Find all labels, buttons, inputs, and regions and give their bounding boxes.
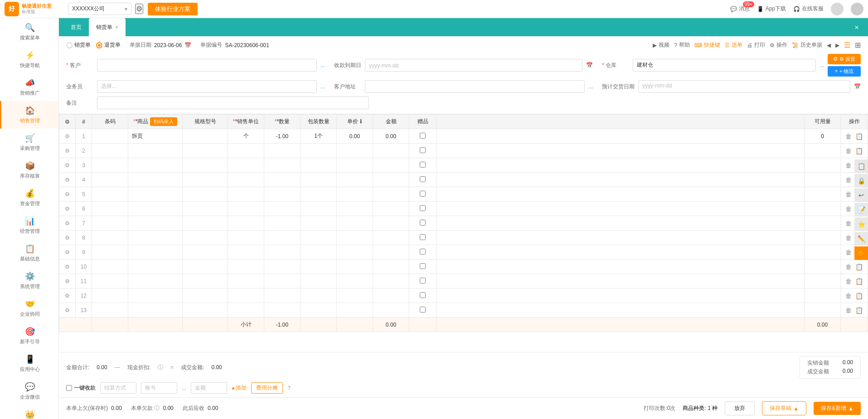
settings-icon-btn[interactable]: ⚙ [135,4,143,14]
row-pack-qty[interactable] [301,173,337,187]
row-product[interactable]: 拆贡 [128,129,183,144]
row-product[interactable] [128,274,183,289]
row-product[interactable] [128,303,183,318]
row-spec[interactable] [183,202,228,216]
row-qty[interactable] [264,216,301,231]
row-barcode[interactable] [92,144,128,158]
delete-icon[interactable]: 🗑 [845,205,852,212]
amount-input[interactable]: 金额 [191,382,227,394]
notes-input[interactable] [97,96,369,109]
row-qty[interactable] [264,173,301,187]
grid-view-icon[interactable]: ⊞ [855,41,861,49]
radio-return-order[interactable]: 退货单 [96,41,121,49]
row-pack-qty[interactable] [301,274,337,289]
row-amount[interactable] [373,289,409,303]
row-barcode[interactable] [92,231,128,245]
trial-button[interactable]: 体验行业方案 [148,3,198,15]
row-barcode[interactable] [92,260,128,274]
row-qty[interactable] [264,158,301,173]
row-amount[interactable] [373,245,409,260]
row-price[interactable] [337,216,373,231]
row-product[interactable] [128,231,183,245]
warehouse-dots[interactable]: ... [820,62,824,68]
expected-delivery-input[interactable]: yyyy-mm-dd [638,80,850,93]
row-product[interactable] [128,216,183,231]
settle-method-select[interactable]: 结算方式 [100,382,136,394]
row-product[interactable] [128,202,183,216]
row-price[interactable] [337,158,373,173]
row-unit[interactable] [228,260,264,274]
row-barcode[interactable] [92,274,128,289]
row-price[interactable] [337,187,373,202]
row-product[interactable] [128,144,183,158]
prev-icon[interactable]: ◀ [827,42,831,48]
sidebar-item-finance[interactable]: 💰 资金管理 [0,184,58,212]
dots-icon[interactable]: ... [182,385,186,391]
row-spec[interactable] [183,245,228,260]
row-pack-qty[interactable] [301,303,337,318]
payment-due-calendar-icon[interactable]: 📅 [586,62,593,68]
row-pack-qty[interactable]: 1个 [301,129,337,144]
row-price[interactable] [337,274,373,289]
sidebar-item-operations[interactable]: 📊 经营管理 [0,212,58,239]
row-pack-qty[interactable] [301,187,337,202]
row-amount[interactable] [373,158,409,173]
row-spec[interactable] [183,260,228,274]
delete-icon[interactable]: 🗑 [845,249,852,256]
row-qty[interactable] [264,187,301,202]
history-btn[interactable]: 📜 历史单据 [792,41,822,49]
sidebar-item-purchase[interactable]: 🛒 采购管理 [0,129,58,156]
row-price[interactable] [337,303,373,318]
row-amount[interactable] [373,274,409,289]
copy-icon[interactable]: 📋 [855,278,863,285]
delete-icon[interactable]: 🗑 [845,176,852,183]
expense-help-icon[interactable]: ? [287,385,291,391]
gift-checkbox[interactable] [420,220,426,226]
row-pack-qty[interactable] [301,202,337,216]
row-settings[interactable]: ⚙ [59,158,76,173]
gift-checkbox[interactable] [420,147,426,153]
gift-checkbox[interactable] [420,249,426,255]
row-spec[interactable] [183,158,228,173]
row-product[interactable] [128,245,183,260]
row-product[interactable] [128,158,183,173]
row-barcode[interactable] [92,173,128,187]
row-price[interactable] [337,144,373,158]
row-price[interactable] [337,260,373,274]
expense-btn[interactable]: 费用分摊 [251,382,283,394]
row-settings[interactable]: ⚙ [59,202,76,216]
discard-button[interactable]: 放弃 [725,401,755,415]
sidebar-item-system[interactable]: ⚙️ 系统管理 [0,267,58,294]
radio-sales-order[interactable]: 销货单 [66,41,91,49]
row-qty[interactable] [264,202,301,216]
sidebar-item-inventory[interactable]: 📦 库存核算 [0,156,58,184]
operation-btn[interactable]: ⚙ 操作 [770,41,787,49]
row-product[interactable] [128,289,183,303]
row-spec[interactable] [183,173,228,187]
delete-icon[interactable]: 🗑 [845,147,852,154]
delete-icon[interactable]: 🗑 [845,220,852,227]
row-unit[interactable] [228,173,264,187]
row-pack-qty[interactable] [301,260,337,274]
row-barcode[interactable] [92,303,128,318]
row-gift[interactable] [409,187,436,202]
row-pack-qty[interactable] [301,158,337,173]
row-price[interactable] [337,289,373,303]
row-unit[interactable] [228,245,264,260]
delete-icon[interactable]: 🗑 [845,263,852,270]
row-unit[interactable] [228,202,264,216]
delete-icon[interactable]: 🗑 [845,162,852,169]
online-service-btn[interactable]: 🎧 在线客服 [793,5,824,13]
customer-input[interactable] [97,59,317,72]
row-gift[interactable] [409,274,436,289]
row-settings[interactable]: ⚙ [59,274,76,289]
row-amount[interactable] [373,187,409,202]
row-barcode[interactable] [92,158,128,173]
float-btn-2[interactable]: 🔒 [854,174,868,188]
row-gift[interactable] [409,144,436,158]
gift-checkbox[interactable] [420,191,426,197]
row-unit[interactable] [228,274,264,289]
sidebar-item-wechat[interactable]: 💬 企业微信 [0,377,58,405]
delete-icon[interactable]: 🗑 [845,191,852,198]
row-gift[interactable] [409,289,436,303]
